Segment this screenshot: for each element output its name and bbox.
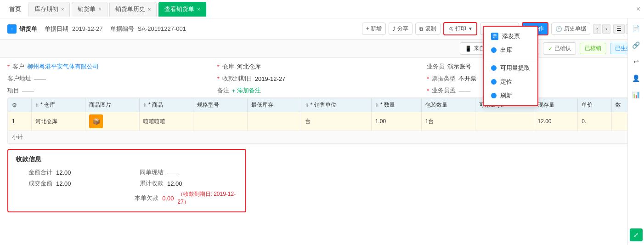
cumulative-value: 12.00 xyxy=(167,180,182,187)
col-unit: ⇅ * 销售单位 xyxy=(301,98,372,112)
col-warehouse[interactable]: ⇅ * 仓库 xyxy=(31,98,85,112)
transaction-row: 成交金额 12.00 xyxy=(16,179,127,188)
due-row: 本单欠款 0.00 （收款到期日: 2019-12-27） xyxy=(127,190,238,206)
close-inventory-tab[interactable]: × xyxy=(61,6,64,12)
outbound-icon xyxy=(491,47,497,53)
col-min-stock: 最低库存 xyxy=(247,98,301,112)
due-value: 0.00 xyxy=(162,195,174,202)
warehouse-field: * 仓库 河北仓库 xyxy=(217,63,427,71)
window-close-button[interactable]: × xyxy=(636,5,640,13)
summary-box: 收款信息 金额合计 12.00 成交金额 12.00 同单现结 —— 累计收款 xyxy=(7,149,246,212)
tab-sales-order[interactable]: 销货单 × xyxy=(72,2,107,17)
phone-icon: 📱 xyxy=(465,46,472,52)
extract-icon xyxy=(491,65,497,71)
date-label: 单据日期 2019-12-27 xyxy=(45,25,103,33)
cell-spec xyxy=(193,112,248,131)
sidebar-return-icon[interactable]: ↩ xyxy=(630,55,643,68)
cell-qty: 1.00 xyxy=(371,112,421,131)
dropdown-available-extract[interactable]: 可用量提取 xyxy=(484,61,537,75)
summary-col-left: 金额合计 12.00 成交金额 12.00 xyxy=(16,168,127,206)
cell-product: 嘻嘻嘻嘻 xyxy=(139,112,193,131)
summary-title: 收款信息 xyxy=(16,155,238,164)
new-button[interactable]: + 新增 xyxy=(362,23,386,35)
locate-icon xyxy=(491,79,497,85)
total-value: 12.00 xyxy=(56,169,71,176)
dropdown-outbound[interactable]: 出库 xyxy=(484,43,537,57)
copy-icon: ⧉ xyxy=(419,26,424,32)
sidebar-expand-icon[interactable]: ⤢ xyxy=(630,228,643,241)
date-value: 2019-12-27 xyxy=(72,25,103,32)
same-order-row: 同单现结 —— xyxy=(127,168,238,177)
same-order-value: —— xyxy=(167,169,179,176)
print-button[interactable]: 🖨 打印 ▼ xyxy=(443,22,477,35)
cell-pack: 1台 xyxy=(421,112,475,131)
nav-arrows: ‹ › xyxy=(593,24,610,34)
print-dropdown-icon: ▼ xyxy=(468,26,473,31)
cell-unit: 台 xyxy=(301,112,372,131)
cell-num: 1 xyxy=(8,112,32,131)
cell-current-stock: 12.00 xyxy=(534,112,578,131)
history-button[interactable]: 🕐 历史单据 xyxy=(551,23,590,35)
table-row[interactable]: 1 河北仓库 📦 嘻嘻嘻嘻 台 1.00 1台 12.00 0. xyxy=(8,112,636,131)
dropdown-locate[interactable]: 定位 xyxy=(484,75,537,89)
cancelled-badge[interactable]: 已核销 xyxy=(580,43,606,54)
close-history-tab[interactable]: × xyxy=(148,6,151,12)
close-sales-tab[interactable]: × xyxy=(98,6,101,12)
add-remark-button[interactable]: + 添加备注 xyxy=(232,86,261,95)
col-image: 商品图片 xyxy=(85,98,140,112)
share-button[interactable]: ⤴ 分享 xyxy=(389,23,412,35)
due-date-field: * 收款到期日 2019-12-27 xyxy=(217,74,427,83)
tab-sales-history[interactable]: 销货单历史 × xyxy=(109,2,157,17)
project-field: 项目 —— xyxy=(7,86,217,95)
dropdown-add-invoice[interactable]: 票 添发票 xyxy=(484,29,537,43)
col-product[interactable]: ⇅ * 商品 xyxy=(139,98,193,112)
share-icon: ⤴ xyxy=(393,26,395,32)
cell-price: 0. xyxy=(578,112,612,131)
address-field: 客户地址 —— xyxy=(7,74,217,83)
confirm-button[interactable]: ✓ 已确认 xyxy=(543,42,576,55)
cumulative-row: 累计收款 12.00 xyxy=(127,179,238,188)
cell-image: 📦 xyxy=(85,112,140,131)
prev-button[interactable]: ‹ xyxy=(593,24,601,34)
subtotal-cell: 小计 xyxy=(8,131,636,144)
dropdown-refresh[interactable]: 刷新 xyxy=(484,89,537,103)
transaction-value: 12.00 xyxy=(56,180,71,187)
product-image: 📦 xyxy=(89,114,103,128)
plus-icon: + xyxy=(232,87,236,94)
tab-inventory-init[interactable]: 库存期初 × xyxy=(28,2,70,17)
print-icon: 🖨 xyxy=(448,26,453,32)
operations-dropdown: 票 添发票 出库 可用量提取 定位 刷新 xyxy=(483,26,538,106)
action-bar: 📱 来自手机 ● 未开票 ✓ 已确认 已核销 已生效 xyxy=(0,40,644,58)
table-header-row: ⚙ ⇅ * 仓库 商品图片 ⇅ * 商品 规格型号 最低库存 ⇅ * 销售单位 … xyxy=(8,98,636,112)
col-gear[interactable]: ⚙ xyxy=(8,98,32,112)
doc-type: ↑ 销货单 xyxy=(7,24,37,34)
same-order-label: 同单现结 xyxy=(127,168,164,177)
col-spec: 规格型号 xyxy=(193,98,248,112)
cumulative-label: 累计收款 xyxy=(127,179,164,188)
gear-icon[interactable]: ⚙ xyxy=(12,102,17,108)
doc-header: ↑ 销货单 单据日期 2019-12-27 单据编号 SA-20191227-0… xyxy=(0,18,644,40)
sidebar-doc-icon[interactable]: 📄 xyxy=(630,22,643,35)
sidebar-link-icon[interactable]: 🔗 xyxy=(630,39,643,51)
due-note: （收款到期日: 2019-12-27） xyxy=(178,190,238,206)
col-pack: 包装数量 xyxy=(421,98,475,112)
remark-field: 备注 + 添加备注 xyxy=(217,86,427,95)
next-button[interactable]: › xyxy=(602,24,610,34)
tab-view-sales[interactable]: 查看销货单 × xyxy=(158,2,206,17)
copy-button[interactable]: ⧉ 复制 xyxy=(415,23,441,35)
summary-grid: 金额合计 12.00 成交金额 12.00 同单现结 —— 累计收款 12.00 xyxy=(16,168,238,206)
tab-home[interactable]: 首页 xyxy=(4,5,27,13)
customer-field: * 客户 柳州粤港平安气体有限公司 xyxy=(7,63,217,71)
cell-warehouse: 河北仓库 xyxy=(31,112,85,131)
doc-type-label: 销货单 xyxy=(19,25,37,33)
close-view-tab[interactable]: × xyxy=(197,6,200,12)
sidebar-user-icon[interactable]: 👤 xyxy=(630,72,643,85)
tab-bar: 首页 库存期初 × 销货单 × 销货单历史 × 查看销货单 × × xyxy=(0,0,644,18)
history-icon: 🕐 xyxy=(555,26,562,32)
sidebar-chart-icon[interactable]: 📊 xyxy=(630,88,643,101)
due-label: 本单欠款 xyxy=(127,194,158,202)
list-view-button[interactable]: ☰ xyxy=(613,24,625,34)
cell-min-stock xyxy=(247,112,301,131)
summary-col-right: 同单现结 —— 累计收款 12.00 本单欠款 0.00 （收款到期日: 201… xyxy=(127,168,238,206)
dropdown-divider xyxy=(484,59,537,59)
